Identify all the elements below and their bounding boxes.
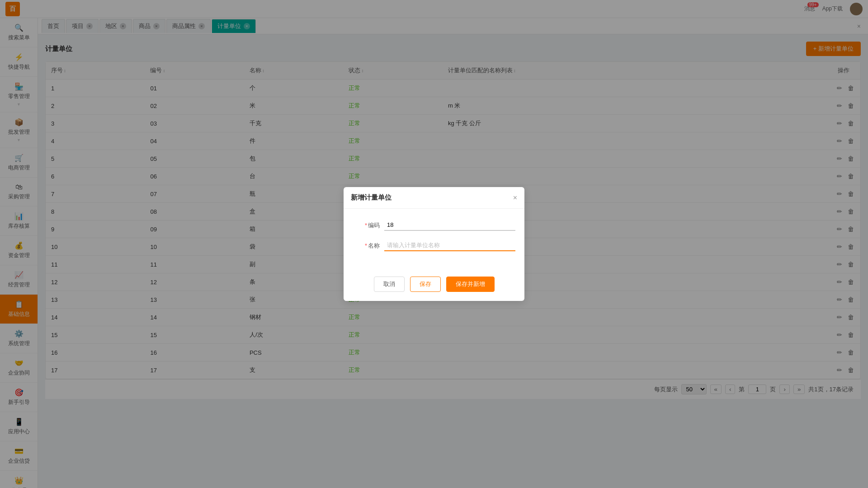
- code-input[interactable]: [384, 220, 515, 231]
- add-unit-dialog: 新增计量单位 × *编码 *名称 取消 保存 保存并新增: [344, 187, 524, 301]
- code-label: *编码: [353, 221, 380, 230]
- dialog-title: 新增计量单位: [351, 193, 392, 202]
- cancel-button[interactable]: 取消: [374, 277, 405, 292]
- dialog-close-btn[interactable]: ×: [513, 194, 517, 202]
- dialog-body: *编码 *名称: [344, 209, 524, 271]
- save-and-new-button[interactable]: 保存并新增: [446, 277, 495, 292]
- dialog-header: 新增计量单位 ×: [344, 187, 524, 209]
- form-row-code: *编码: [353, 220, 515, 231]
- required-mark-code: *: [365, 222, 367, 229]
- save-button[interactable]: 保存: [410, 277, 441, 292]
- dialog-footer: 取消 保存 保存并新增: [344, 271, 524, 301]
- required-mark-name: *: [365, 242, 367, 249]
- name-input[interactable]: [384, 240, 515, 251]
- name-label: *名称: [353, 242, 380, 250]
- dialog-overlay[interactable]: 新增计量单位 × *编码 *名称 取消 保存 保存并新增: [0, 0, 868, 488]
- form-row-name: *名称: [353, 240, 515, 251]
